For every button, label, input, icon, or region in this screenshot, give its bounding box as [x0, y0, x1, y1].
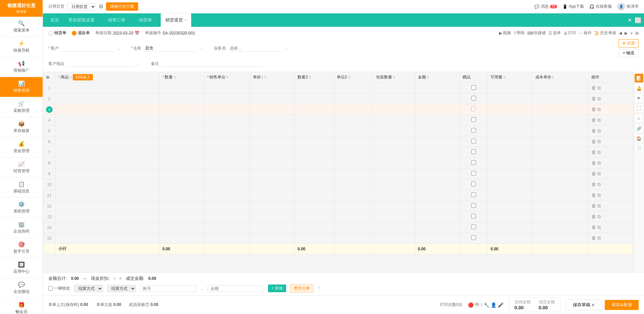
customer-dots[interactable]: ...: [117, 46, 120, 51]
sidebar-item-search[interactable]: 🔍 搜索菜单: [0, 17, 43, 37]
sidebar-item-appstore[interactable]: 🔲 应用中心: [0, 258, 43, 278]
cell-product[interactable]: [56, 222, 160, 233]
toolbar-help-btn[interactable]: ? 帮助: [514, 30, 525, 36]
address-dots[interactable]: ...: [137, 62, 140, 66]
cell-product[interactable]: [56, 136, 160, 147]
save-new-button[interactable]: 保存&新增: [605, 300, 639, 310]
tab-maximize-button[interactable]: ⬜: [635, 17, 641, 23]
cell-product[interactable]: [56, 126, 160, 136]
cell-product[interactable]: [56, 83, 160, 93]
sidebar-item-enterprise[interactable]: 🏢 企业协同: [0, 218, 43, 238]
save-draft-button[interactable]: 保存草稿 ∧: [566, 300, 602, 310]
tab-sales-delivery[interactable]: 销货单 ×: [134, 13, 161, 27]
delete-row-icon[interactable]: 🗑: [591, 235, 596, 241]
app-download-item[interactable]: 📱 App下载: [562, 4, 584, 9]
delete-row-icon[interactable]: 🗑: [591, 96, 596, 102]
gift-checkbox[interactable]: [471, 203, 476, 208]
cell-product[interactable]: [56, 211, 160, 222]
cell-product[interactable]: [56, 233, 160, 244]
salesperson-dots[interactable]: ...: [284, 46, 287, 51]
sort-icon-price[interactable]: ⇅: [264, 75, 267, 79]
toolbar-operate-btn[interactable]: ⋯ 操作: [579, 30, 592, 36]
copy-row-icon[interactable]: ⧉: [597, 214, 601, 219]
tab-close-icon[interactable]: ×: [127, 18, 129, 22]
right-icon-star[interactable]: ☆: [635, 114, 643, 123]
address-input[interactable]: [67, 61, 134, 67]
copy-row-icon[interactable]: ⧉: [597, 203, 601, 209]
gift-checkbox[interactable]: [471, 139, 476, 143]
remark-input[interactable]: [162, 61, 262, 67]
copy-row-icon[interactable]: ⧉: [597, 85, 601, 91]
tab-close-all-button[interactable]: ✕: [628, 17, 632, 23]
gift-checkbox[interactable]: [471, 171, 476, 176]
delete-row-icon[interactable]: 🗑: [591, 117, 596, 123]
gift-checkbox[interactable]: [471, 107, 476, 111]
product-input[interactable]: [58, 107, 157, 112]
delete-row-icon[interactable]: 🗑: [591, 214, 596, 219]
tab-close-icon[interactable]: ×: [154, 18, 156, 22]
sidebar-item-sales[interactable]: 📊 销售管理: [0, 77, 43, 97]
cell-product[interactable]: [56, 201, 160, 211]
toolbar-prev-btn[interactable]: ◀: [619, 30, 622, 36]
tab-home[interactable]: 首页: [46, 13, 64, 27]
toolbar-shortcut-btn[interactable]: ⌨ 快捷键: [527, 30, 546, 36]
cell-product[interactable]: [56, 115, 160, 126]
delete-row-icon[interactable]: 🗑: [591, 139, 596, 144]
copy-row-icon[interactable]: ⧉: [597, 182, 601, 187]
delete-row-icon[interactable]: 🗑: [591, 203, 596, 209]
sidebar-item-operation[interactable]: 📈 经营管理: [0, 158, 43, 178]
trial-button[interactable]: 体验行业方案: [106, 2, 138, 11]
one-click-payment-label[interactable]: 一键收款: [48, 286, 70, 291]
tab-price-setting[interactable]: 售价提取设置 ×: [64, 13, 103, 27]
right-icon-home[interactable]: 🏠: [635, 134, 643, 143]
cell-product[interactable]: [56, 179, 160, 190]
copy-row-icon[interactable]: ⧉: [597, 139, 601, 144]
copy-row-icon[interactable]: ⧉: [597, 235, 601, 241]
right-icon-eye[interactable]: 👁: [635, 94, 643, 103]
sidebar-item-newbie[interactable]: 🎯 新手引导: [0, 238, 43, 258]
copy-row-icon[interactable]: ⧉: [597, 160, 601, 166]
breadcrumb-select[interactable]: 日用百货: [67, 3, 96, 10]
sort-icon-qty2[interactable]: ⇅: [309, 75, 311, 79]
right-icon-link[interactable]: 🔗: [635, 124, 643, 133]
toolbar-select-btn[interactable]: ☰ 选单: [548, 30, 561, 36]
tab-close-icon[interactable]: ×: [185, 18, 187, 22]
gift-checkbox[interactable]: [471, 235, 476, 240]
price-info-icon[interactable]: ℹ: [262, 75, 263, 80]
cell-product[interactable]: [56, 190, 160, 201]
sort-icon-qty[interactable]: ⇅: [173, 75, 176, 79]
sidebar-item-system[interactable]: ⚙️ 系统管理: [0, 198, 43, 218]
logistics-side-button[interactable]: + 物流: [619, 49, 639, 57]
tab-close-icon[interactable]: ×: [97, 18, 99, 22]
sidebar-item-vip[interactable]: 🎁 畅会员: [0, 298, 43, 314]
copy-row-icon[interactable]: ⧉: [597, 107, 601, 112]
cell-product[interactable]: [56, 169, 160, 179]
right-icon-copy[interactable]: 📄: [635, 144, 643, 153]
amount-input[interactable]: [208, 285, 264, 292]
toolbar-next-btn[interactable]: ▶: [625, 30, 628, 36]
add-row-button[interactable]: +: [46, 106, 53, 113]
right-icon-expand[interactable]: ⛶: [635, 104, 643, 113]
sort-icon-available[interactable]: ⇅: [503, 75, 506, 79]
calendar-icon[interactable]: 📅: [135, 31, 140, 36]
gift-checkbox[interactable]: [471, 214, 476, 218]
user-item[interactable]: 👤 徐泽华: [617, 3, 639, 11]
right-icon-note[interactable]: 📝: [635, 74, 643, 82]
sort-icon-amount[interactable]: ⇅: [427, 75, 429, 79]
settings-side-button[interactable]: ⚙ 设置: [619, 39, 639, 48]
one-click-payment-checkbox[interactable]: [48, 286, 53, 291]
cell-product[interactable]: [56, 93, 160, 104]
gift-checkbox[interactable]: [471, 149, 476, 154]
radio-sales[interactable]: 销货单: [48, 30, 66, 36]
copy-row-icon[interactable]: ⧉: [597, 171, 601, 177]
split-help-icon[interactable]: ?: [318, 286, 320, 291]
sidebar-item-basic[interactable]: 📋 基础信息: [0, 178, 43, 198]
gift-checkbox[interactable]: [471, 225, 476, 229]
delete-row-icon[interactable]: 🗑: [591, 171, 596, 177]
cell-product[interactable]: [56, 104, 160, 115]
warehouse-dots[interactable]: ...: [200, 46, 203, 51]
gift-checkbox[interactable]: [471, 192, 476, 197]
toolbar-print-btn[interactable]: 🖨 打印: [564, 30, 576, 36]
account-dots[interactable]: ...: [200, 286, 204, 291]
cost-info-icon[interactable]: ℹ: [552, 75, 554, 80]
